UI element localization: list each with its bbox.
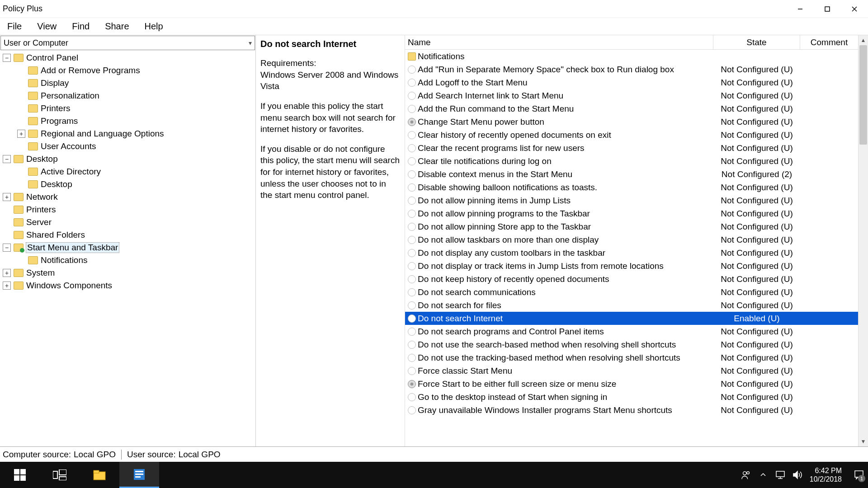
tree-item[interactable]: −Start Menu and Taskbar [0, 241, 255, 254]
chevron-down-icon: ▾ [249, 39, 252, 47]
folder-icon [14, 218, 24, 226]
tree-item[interactable]: Printers [0, 203, 255, 216]
menu-share[interactable]: Share [105, 21, 129, 32]
folder-icon [14, 244, 24, 252]
task-view-button[interactable] [40, 462, 80, 488]
tree-item[interactable]: Server [0, 216, 255, 229]
list-row[interactable]: Gray unavailable Windows Installer progr… [405, 404, 858, 417]
list-row[interactable]: Do not search InternetEnabled (U) [405, 312, 858, 325]
folder-icon [28, 130, 38, 138]
tree-item[interactable]: +Network [0, 191, 255, 203]
list-body[interactable]: NotificationsAdd "Run in Separate Memory… [405, 50, 858, 446]
scroll-track[interactable] [859, 45, 868, 436]
list-row[interactable]: Change Start Menu power buttonNot Config… [405, 115, 858, 128]
expand-icon[interactable]: + [3, 193, 11, 201]
list-row[interactable]: Do not use the search-based method when … [405, 338, 858, 351]
list-row[interactable]: Add the Run command to the Start MenuNot… [405, 102, 858, 115]
tree-item[interactable]: Add or Remove Programs [0, 64, 255, 77]
list-row[interactable]: Disable context menus in the Start MenuN… [405, 168, 858, 181]
tree-item[interactable]: +System [0, 267, 255, 279]
scroll-thumb[interactable] [859, 45, 867, 145]
menu-view[interactable]: View [37, 21, 57, 32]
list-row[interactable]: Do not display any custom toolbars in th… [405, 246, 858, 259]
list-row[interactable]: Do not allow pinning items in Jump Lists… [405, 194, 858, 207]
policy-plus-taskbar-icon[interactable] [119, 462, 159, 488]
scroll-down-arrow-icon[interactable]: ▼ [859, 436, 868, 446]
tree-item[interactable]: Personalization [0, 89, 255, 102]
list-row[interactable]: Force Start to be either full screen siz… [405, 377, 858, 390]
expand-spacer [3, 218, 11, 226]
list-row[interactable]: Do not search programs and Control Panel… [405, 325, 858, 338]
list-row[interactable]: Add Logoff to the Start MenuNot Configur… [405, 76, 858, 89]
svg-rect-19 [776, 471, 784, 477]
tree-item[interactable]: Display [0, 77, 255, 89]
close-button[interactable] [841, 0, 868, 18]
tray-chevron-up-icon[interactable] [758, 470, 768, 480]
tree-item[interactable]: Printers [0, 102, 255, 115]
row-name: Do not allow taskbars on more than one d… [418, 235, 713, 245]
expand-icon[interactable]: + [17, 130, 25, 138]
network-icon[interactable] [775, 470, 785, 480]
tree-item[interactable]: Programs [0, 115, 255, 127]
start-button[interactable] [0, 462, 40, 488]
collapse-icon[interactable]: − [3, 244, 11, 252]
row-state: Not Configured (U) [713, 196, 800, 206]
list-row[interactable]: Clear the recent programs list for new u… [405, 141, 858, 155]
list-row[interactable]: Force classic Start MenuNot Configured (… [405, 364, 858, 377]
list-row[interactable]: Add Search Internet link to Start MenuNo… [405, 89, 858, 102]
action-center-icon[interactable]: 1 [852, 466, 866, 484]
menu-find[interactable]: Find [72, 21, 90, 32]
list-row[interactable]: Disable showing balloon notifications as… [405, 181, 858, 194]
list-row[interactable]: Do not use the tracking-based method whe… [405, 351, 858, 364]
column-name[interactable]: Name [405, 35, 713, 49]
policy-tree[interactable]: −Control PanelAdd or Remove ProgramsDisp… [0, 51, 255, 446]
taskbar-clock[interactable]: 6:42 PM 10/2/2018 [810, 466, 844, 483]
policy-list-wrap: Name State Comment NotificationsAdd "Run… [405, 35, 868, 446]
scope-dropdown[interactable]: User or Computer ▾ [0, 36, 255, 50]
collapse-icon[interactable]: − [3, 155, 11, 163]
menu-bar: File View Find Share Help [0, 18, 868, 35]
tree-item[interactable]: −Desktop [0, 153, 255, 165]
collapse-icon[interactable]: − [3, 54, 11, 62]
tree-item[interactable]: −Control Panel [0, 52, 255, 64]
vertical-scrollbar[interactable]: ▲ ▼ [858, 35, 868, 446]
list-row[interactable]: Do not allow pinning Store app to the Ta… [405, 220, 858, 233]
list-row[interactable]: Do not search for filesNot Configured (U… [405, 299, 858, 312]
menu-help[interactable]: Help [145, 21, 163, 32]
column-state[interactable]: State [713, 35, 800, 49]
tree-label: Printers [41, 103, 70, 113]
tree-item[interactable]: +Regional and Language Options [0, 127, 255, 140]
expand-spacer [17, 180, 25, 188]
maximize-button[interactable] [814, 0, 841, 18]
list-row[interactable]: Do not search communicationsNot Configur… [405, 286, 858, 299]
list-row[interactable]: Clear tile notifications during log onNo… [405, 155, 858, 168]
menu-file[interactable]: File [7, 21, 22, 32]
tree-item[interactable]: +Windows Components [0, 279, 255, 292]
list-row[interactable]: Do not keep history of recently opened d… [405, 272, 858, 286]
list-row[interactable]: Notifications [405, 50, 858, 63]
list-row[interactable]: Do not display or track items in Jump Li… [405, 259, 858, 272]
main-area: User or Computer ▾ −Control PanelAdd or … [0, 35, 868, 446]
tree-label: Server [26, 217, 52, 227]
row-state: Not Configured (U) [713, 366, 800, 376]
list-row[interactable]: Go to the desktop instead of Start when … [405, 390, 858, 404]
list-row[interactable]: Do not allow pinning programs to the Tas… [405, 207, 858, 220]
tree-item[interactable]: User Accounts [0, 140, 255, 153]
tree-item[interactable]: Active Directory [0, 165, 255, 178]
people-icon[interactable] [741, 470, 751, 480]
list-row[interactable]: Do not allow taskbars on more than one d… [405, 233, 858, 246]
minimize-button[interactable] [787, 0, 814, 18]
tree-item[interactable]: Shared Folders [0, 229, 255, 241]
scroll-up-arrow-icon[interactable]: ▲ [859, 35, 868, 45]
volume-icon[interactable] [793, 470, 802, 480]
file-explorer-taskbar-icon[interactable] [80, 462, 119, 488]
tree-item[interactable]: Desktop [0, 178, 255, 191]
list-row[interactable]: Clear history of recently opened documen… [405, 128, 858, 141]
row-name: Do not search programs and Control Panel… [418, 327, 713, 337]
column-comment[interactable]: Comment [800, 35, 858, 49]
list-row[interactable]: Add "Run in Separate Memory Space" check… [405, 63, 858, 76]
expand-icon[interactable]: + [3, 282, 11, 290]
svg-rect-7 [20, 475, 26, 481]
tree-item[interactable]: Notifications [0, 254, 255, 267]
expand-icon[interactable]: + [3, 269, 11, 277]
